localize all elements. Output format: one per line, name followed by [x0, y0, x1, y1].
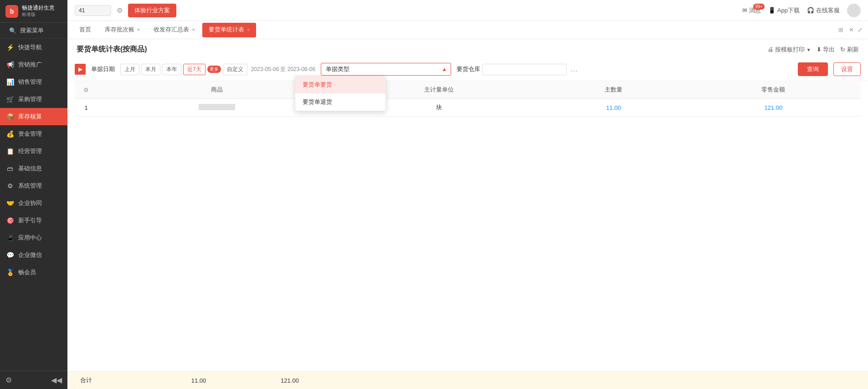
row-num: 1	[75, 99, 98, 117]
sidebar-footer: ⚙ ◀◀	[0, 371, 67, 389]
doc-type-filter: 单据类型 ▲ 要货单要货 要货单退货	[321, 63, 451, 76]
online-service-label: 在线客服	[816, 6, 840, 15]
date-btn-custom[interactable]: 自定义	[223, 64, 247, 75]
footer-total-label: 合计	[80, 376, 171, 384]
search-icon: 🔍	[9, 27, 16, 34]
expand-arrow-icon: ▶	[78, 66, 82, 72]
dropdown-item-return-goods[interactable]: 要货单退货	[295, 93, 385, 111]
refresh-button[interactable]: ↻ 刷新	[840, 46, 859, 54]
export-button[interactable]: ⬇ 导出	[817, 46, 835, 54]
doc-type-input[interactable]	[354, 64, 438, 75]
search-menu[interactable]: 🔍 搜索菜单	[0, 23, 67, 39]
tab-close-order-stats[interactable]: ×	[247, 27, 250, 32]
sidebar-item-enterprise[interactable]: 🤝 企业协同	[0, 194, 67, 212]
messages-count-badge: 99+	[753, 4, 765, 10]
system-icon: ⚙	[5, 182, 15, 189]
print-icon: 🖨	[768, 46, 774, 53]
top-header-left: ⚙ 体验行业方案	[75, 4, 176, 17]
sidebar-item-app-center[interactable]: 📱 应用中心	[0, 229, 67, 246]
app-logo-text: 畅捷通好生意 标准版	[22, 5, 55, 18]
filter-bar: ▶ 单据日期 上月 本月 本年 近7天 更多 自定义 2023-05-06 至 …	[67, 58, 868, 81]
quick-nav-icon: ⚡	[5, 44, 15, 51]
sidebar-collapse-button[interactable]: ◀◀	[51, 376, 62, 384]
date-btn-7days[interactable]: 近7天	[183, 64, 205, 75]
sidebar-item-member[interactable]: 🏅 畅会员	[0, 264, 67, 281]
app-download-label: App下载	[777, 6, 800, 15]
doc-type-input-group[interactable]: 单据类型 ▲	[321, 63, 451, 76]
sidebar-item-system[interactable]: ⚙ 系统管理	[0, 177, 67, 194]
row-retail-amount[interactable]: 121.00	[686, 99, 861, 117]
expand-icon: ⊞	[838, 26, 843, 33]
content-area: 要货单统计表(按商品) 🖨 按模板打印 ▼ ⬇ 导出 ↻ 刷新	[67, 39, 868, 389]
date-buttons: 上月 本月 本年 近7天 更多 自定义 2023-05-06 至 2023-06…	[120, 64, 315, 75]
sidebar-item-operation[interactable]: 📋 经营管理	[0, 143, 67, 160]
page-actions: 🖨 按模板打印 ▼ ⬇ 导出 ↻ 刷新	[768, 46, 859, 54]
close-all-icon[interactable]: ✕	[849, 26, 854, 33]
messages-button[interactable]: ✉ 消息 99+	[742, 6, 761, 15]
sidebar-item-wechat[interactable]: 💬 企业微信	[0, 246, 67, 264]
sidebar-item-basic-info[interactable]: 🗃 基础信息	[0, 160, 67, 177]
header-settings-icon[interactable]: ⚙	[117, 6, 123, 15]
sidebar-item-finance[interactable]: 💰 资金管理	[0, 125, 67, 143]
maximize-icon[interactable]: ⤢	[858, 26, 863, 33]
sidebar-item-marketing[interactable]: 📢 营销推广	[0, 56, 67, 73]
sidebar-item-guide[interactable]: 🎯 新手引导	[0, 212, 67, 229]
app-download-button[interactable]: 📱 App下载	[768, 6, 800, 15]
online-service-icon: 🎧	[807, 7, 814, 14]
col-header-main-qty: 主数量	[541, 81, 686, 99]
page-header: 要货单统计表(按商品) 🖨 按模板打印 ▼ ⬇ 导出 ↻ 刷新	[67, 39, 868, 58]
guide-icon: 🎯	[5, 217, 15, 224]
app-center-icon: 📱	[5, 234, 15, 241]
sales-icon: 📊	[5, 78, 15, 86]
wechat-icon: 💬	[5, 251, 15, 259]
row-main-qty[interactable]: 11.00	[541, 99, 686, 117]
print-button[interactable]: 🖨 按模板打印 ▼	[768, 46, 811, 54]
footer-retail-amount: 121.00	[262, 377, 317, 384]
breadcrumb-input[interactable]	[75, 5, 111, 16]
online-service-button[interactable]: 🎧 在线客服	[807, 6, 840, 15]
tab-bar: 首页 库存批次账 × 收发存汇总表 × 要货单统计表 × ⊞ ✕ ⤢	[67, 21, 868, 39]
date-btn-this-month[interactable]: 本月	[141, 64, 160, 75]
doc-type-dropdown: 要货单要货 要货单退货	[295, 76, 386, 111]
footer-settings-button[interactable]: ⚙	[5, 376, 12, 384]
date-btn-last-month[interactable]: 上月	[120, 64, 139, 75]
warehouse-input[interactable]	[482, 64, 567, 75]
marketing-icon: 📢	[5, 61, 15, 68]
date-range-display: 2023-05-06 至 2023-06-06	[251, 66, 315, 73]
sidebar-nav: ⚡ 快捷导航 📢 营销推广 📊 销售管理 🛒 采购管理 📦 库存核算 💰 资金管…	[0, 39, 67, 371]
top-header-right: ✉ 消息 99+ 📱 App下载 🎧 在线客服	[742, 4, 861, 17]
tab-close-collect-summary[interactable]: ×	[192, 27, 195, 32]
app-logo-icon: b	[5, 5, 18, 18]
tab-expand-button[interactable]: ⊞ ✕ ⤢	[838, 26, 863, 33]
date-more-badge[interactable]: 更多	[207, 66, 221, 73]
dropdown-item-order-goods[interactable]: 要货单要货	[295, 76, 385, 93]
date-filter-label: 单据日期	[91, 65, 115, 73]
table-wrap: ⚙ 商品 主计量单位 主数量 零售金额 1 块	[67, 81, 868, 371]
sidebar-item-purchase[interactable]: 🛒 采购管理	[0, 91, 67, 108]
message-icon: ✉	[742, 7, 747, 14]
print-chevron-icon: ▼	[806, 47, 811, 52]
settings-button[interactable]: 设置	[833, 62, 861, 76]
industry-solution-button[interactable]: 体验行业方案	[128, 4, 176, 17]
export-icon: ⬇	[817, 46, 822, 53]
tab-collect-summary[interactable]: 收发存汇总表 ×	[147, 23, 201, 37]
tab-close-batch-account[interactable]: ×	[137, 27, 140, 32]
filter-more-icon[interactable]: …	[570, 65, 578, 73]
tab-order-stats[interactable]: 要货单统计表 ×	[202, 23, 256, 37]
filter-expand-button[interactable]: ▶	[75, 64, 86, 75]
inventory-icon: 📦	[5, 113, 15, 120]
date-btn-this-year[interactable]: 本年	[162, 64, 181, 75]
user-avatar[interactable]	[847, 4, 861, 17]
table-row: 1 块 11.00 121.00	[75, 99, 861, 117]
sidebar-item-quick-nav[interactable]: ⚡ 快捷导航	[0, 39, 67, 56]
table-settings-icon[interactable]: ⚙	[83, 87, 89, 93]
query-button[interactable]: 查询	[798, 62, 828, 76]
sidebar-item-sales[interactable]: 📊 销售管理	[0, 73, 67, 91]
tab-home[interactable]: 首页	[73, 23, 98, 37]
doc-type-chevron-icon[interactable]: ▲	[438, 64, 451, 74]
operation-icon: 📋	[5, 148, 15, 155]
warehouse-label: 要货仓库	[457, 65, 480, 73]
sidebar-item-inventory[interactable]: 📦 库存核算	[0, 108, 67, 125]
tab-batch-account[interactable]: 库存批次账 ×	[98, 23, 146, 37]
app-download-icon: 📱	[768, 7, 776, 14]
